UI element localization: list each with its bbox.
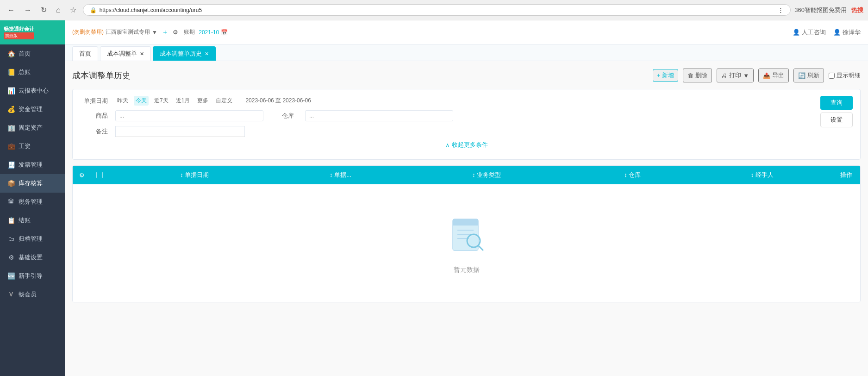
sidebar-item-settings[interactable]: ⚙ 基础设置: [0, 248, 65, 267]
th-date[interactable]: ↕ 单据日期: [108, 171, 281, 179]
warehouse-select[interactable]: ...: [305, 110, 453, 121]
tab-cost-adjust-history-close[interactable]: ✕: [205, 51, 209, 57]
filter-settings-button[interactable]: 设置: [820, 113, 853, 127]
sidebar-item-label: 结账: [19, 216, 31, 225]
th-warehouse[interactable]: ↕ 仓库: [573, 171, 692, 179]
gear-icon[interactable]: ⚙: [173, 29, 178, 36]
add-account-button[interactable]: +: [163, 28, 167, 37]
print-label: 打印: [729, 71, 741, 80]
sidebar-item-invoice[interactable]: 🧾 发票管理: [0, 156, 65, 174]
delete-icon: 🗑: [687, 72, 693, 79]
logo-badge: 旗舰版: [4, 32, 34, 39]
th-operations-label: 操作: [840, 171, 852, 179]
sidebar-item-label: 库存核算: [19, 179, 43, 188]
th-warehouse-label: ↕ 仓库: [624, 171, 641, 179]
delete-button[interactable]: 🗑 删除: [683, 69, 712, 82]
th-date-label: ↕ 单据日期: [180, 171, 209, 179]
search-button[interactable]: 查询: [820, 96, 853, 110]
goods-select-value: ...: [119, 113, 124, 119]
hot-label: 热搜: [851, 6, 863, 14]
sidebar-item-label: 基础设置: [19, 253, 43, 262]
tab-cost-adjust[interactable]: 成本调整单 ✕: [100, 46, 151, 61]
goods-select[interactable]: ...: [115, 110, 263, 121]
tab-cost-adjust-close[interactable]: ✕: [140, 51, 144, 57]
date-shortcut-more[interactable]: 更多: [195, 96, 210, 106]
date-shortcut-7days[interactable]: 近7天: [152, 96, 170, 106]
collapse-btn[interactable]: ∧ 收起更多条件: [445, 141, 488, 149]
user-profile[interactable]: 👤 徐泽华: [833, 28, 861, 37]
back-button[interactable]: ←: [5, 5, 18, 15]
browser-menu-icon: ⋮: [778, 6, 784, 13]
th-voucher[interactable]: ↕ 单据...: [281, 171, 400, 179]
filter-note-row: 备注: [80, 126, 815, 137]
date-shortcut-yesterday[interactable]: 昨天: [115, 96, 130, 106]
warehouse-filter-label: 仓库: [282, 112, 294, 120]
display-toggle[interactable]: 显示明细: [829, 71, 861, 80]
sidebar-item-label: 新手引导: [19, 272, 43, 280]
note-input[interactable]: [115, 126, 245, 137]
display-toggle-checkbox[interactable]: [829, 73, 835, 79]
top-bar-right: 👤 人工咨询 👤 徐泽华: [793, 28, 861, 37]
account-selector[interactable]: (勿删勿禁用) 江西服宝测试专用 ▼: [72, 28, 157, 36]
export-button[interactable]: 📤 导出: [758, 69, 789, 82]
tab-home-label: 首页: [79, 50, 91, 58]
date-shortcut-1month[interactable]: 近1月: [174, 96, 192, 106]
sidebar-item-tax[interactable]: 🏛 税务管理: [0, 193, 65, 211]
date-shortcut-custom[interactable]: 自定义: [214, 96, 234, 106]
th-operations: 操作: [832, 171, 860, 179]
search-label: 360智能抠图免费用: [794, 6, 847, 14]
sidebar-item-home[interactable]: 🏠 首页: [0, 44, 65, 63]
sidebar-item-archive[interactable]: 🗂 归档管理: [0, 230, 65, 248]
sidebar-item-payroll[interactable]: 💼 工资: [0, 137, 65, 156]
sidebar-item-vip[interactable]: V 畅会员: [0, 285, 65, 304]
collapse-label: 收起更多条件: [452, 141, 488, 149]
top-bar-left: (勿删勿禁用) 江西服宝测试专用 ▼ + ⚙ 账期 2021-10 📅: [72, 28, 228, 37]
sidebar-item-guide[interactable]: 🆕 新手引导: [0, 267, 65, 285]
period-value: 2021-10: [199, 29, 219, 36]
new-button[interactable]: + 新增: [653, 69, 678, 82]
goods-filter-label: 商品: [80, 112, 108, 120]
sidebar-item-settlement[interactable]: 📋 结账: [0, 211, 65, 230]
app-container: 畅捷通好会计 旗舰版 🏠 首页 📒 总账 📊 云报表中心 💰 资金管理: [0, 20, 868, 376]
sidebar-item-inventory[interactable]: 📦 库存核算: [0, 174, 65, 193]
refresh-button[interactable]: 🔄 刷新: [793, 69, 824, 82]
address-bar[interactable]: 🔒 https://cloud.chanjet.com/accounting/u…: [83, 4, 791, 16]
date-shortcut-today[interactable]: 今天: [134, 96, 149, 106]
main-content: (勿删勿禁用) 江西服宝测试专用 ▼ + ⚙ 账期 2021-10 📅 👤 人工…: [65, 20, 868, 376]
sidebar-item-ledger[interactable]: 📒 总账: [0, 63, 65, 81]
sidebar-item-label: 云报表中心: [19, 87, 49, 95]
bookmark-button[interactable]: ☆: [67, 5, 79, 15]
tab-home[interactable]: 首页: [72, 46, 98, 61]
sidebar-item-reports[interactable]: 📊 云报表中心: [0, 81, 65, 100]
sidebar-item-label: 归档管理: [19, 235, 43, 243]
th-check[interactable]: [91, 172, 108, 178]
th-handler[interactable]: ↕ 经手人: [692, 171, 832, 179]
refresh-button[interactable]: ↻: [38, 5, 50, 15]
print-icon: 🖨: [721, 72, 727, 79]
sidebar-item-funds[interactable]: 💰 资金管理: [0, 100, 65, 119]
ledger-icon: 📒: [7, 69, 15, 76]
forward-button[interactable]: →: [21, 5, 34, 15]
sidebar-item-label: 总账: [19, 68, 31, 76]
tab-bar: 首页 成本调整单 ✕ 成本调整单历史 ✕: [65, 44, 868, 61]
filter-date-row: 单据日期 昨天 今天 近7天 近1月 更多 自定义 2023-06-06 至 2…: [80, 96, 815, 106]
service-btn[interactable]: 👤 人工咨询: [793, 28, 826, 37]
sidebar-item-fixed-assets[interactable]: 🏢 固定资产: [0, 119, 65, 137]
tax-icon: 🏛: [7, 198, 15, 206]
refresh-label: 刷新: [807, 71, 819, 80]
select-all-checkbox[interactable]: [96, 172, 103, 178]
filter-goods-row: 商品 ... 仓库 ...: [80, 110, 815, 121]
page-content: 成本调整单历史 + 新增 🗑 删除 🖨 打印 ▼ 📤 导出: [65, 61, 868, 376]
calendar-icon[interactable]: 📅: [221, 29, 228, 36]
display-toggle-label: 显示明细: [837, 71, 861, 80]
th-voucher-label: ↕ 单据...: [330, 171, 351, 179]
th-settings[interactable]: ⚙: [73, 172, 91, 179]
logo-text: 畅捷通好会计: [4, 25, 34, 32]
tab-cost-adjust-history[interactable]: 成本调整单历史 ✕: [153, 46, 216, 61]
print-button[interactable]: 🖨 打印 ▼: [717, 69, 754, 82]
ssl-lock-icon: 🔒: [90, 7, 97, 13]
empty-text: 暂元数据: [454, 266, 480, 274]
empty-icon: [443, 212, 490, 258]
home-button[interactable]: ⌂: [53, 5, 63, 15]
th-biz-type[interactable]: ↕ 业务类型: [400, 171, 573, 179]
